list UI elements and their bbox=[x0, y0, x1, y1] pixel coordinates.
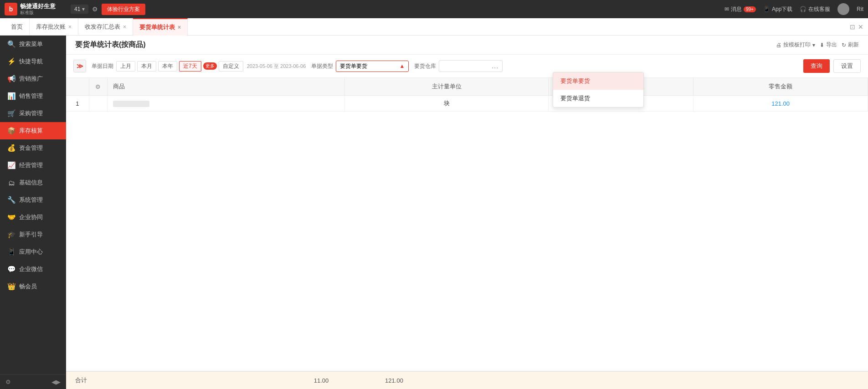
sidebar-item-finance[interactable]: 💰 资金管理 bbox=[0, 139, 66, 157]
chat-icon: 💬 bbox=[7, 265, 15, 273]
setting-button[interactable]: 设置 bbox=[833, 59, 861, 73]
tab-inventory-batch[interactable]: 库存批次账 × bbox=[30, 18, 78, 36]
tab-actions: ⊡ ✕ bbox=[850, 23, 863, 31]
sidebar-item-sales[interactable]: 📊 销售管理 bbox=[0, 87, 66, 105]
header-middle: 41 ▾ ⚙ 体验行业方案 bbox=[71, 4, 724, 15]
app-download-button[interactable]: 📱 App下载 bbox=[763, 5, 792, 13]
avatar[interactable] bbox=[837, 3, 849, 15]
query-button[interactable]: 查询 bbox=[803, 59, 830, 73]
trending-icon: 📈 bbox=[7, 161, 15, 169]
sidebar-item-search[interactable]: 🔍 搜索菜单 bbox=[0, 36, 66, 53]
sidebar-item-app-center[interactable]: 📱 应用中心 bbox=[0, 243, 66, 261]
message-badge: 99+ bbox=[744, 6, 756, 12]
sidebar-item-purchase[interactable]: 🛒 采购管理 bbox=[0, 105, 66, 122]
page-title: 要货单统计表(按商品) bbox=[75, 40, 146, 54]
gear-icon[interactable]: ⚙ bbox=[92, 5, 98, 13]
username-label: Rit bbox=[857, 6, 863, 12]
lightning-icon: ⚡ bbox=[7, 57, 15, 66]
sidebar-item-system[interactable]: 🔧 系统管理 bbox=[0, 191, 66, 209]
expand-filter-button[interactable]: ≫ bbox=[73, 60, 86, 72]
date-btn-this-month[interactable]: 本月 bbox=[137, 61, 156, 72]
date-btn-7days[interactable]: 近7天 bbox=[179, 61, 201, 72]
export-icon: ⬇ bbox=[820, 42, 824, 48]
warehouse-filter-label: 要货仓库 bbox=[414, 62, 436, 70]
online-service-button[interactable]: 🎧 在线客服 bbox=[800, 5, 830, 13]
type-select[interactable]: 要货单要货 ▲ bbox=[336, 61, 409, 72]
th-settings[interactable]: ⚙ bbox=[89, 78, 107, 96]
filter-actions: 查询 设置 bbox=[803, 59, 861, 73]
sidebar-item-tutorial[interactable]: 🎓 新手引导 bbox=[0, 226, 66, 243]
th-amount: 零售金额 bbox=[693, 78, 868, 96]
page-header-actions: 🖨 按模板打印 ▾ ⬇ 导出 ↻ 刷新 bbox=[776, 41, 859, 53]
sidebar-item-enterprise-wx[interactable]: 💬 企业微信 bbox=[0, 261, 66, 278]
sidebar-item-operations[interactable]: 📈 经营管理 bbox=[0, 157, 66, 174]
row-amount: 121.00 bbox=[693, 96, 868, 112]
tab-receivables-summary[interactable]: 收发存汇总表 × bbox=[78, 18, 133, 36]
box-icon: 📦 bbox=[7, 127, 15, 135]
chart-icon: 📊 bbox=[7, 92, 15, 100]
sidebar-item-members[interactable]: 👑 畅会员 bbox=[0, 278, 66, 295]
type-filter-group: 单据类型 要货单要货 ▲ 要货单要货 要货单退货 bbox=[311, 61, 409, 72]
export-button[interactable]: ⬇ 导出 bbox=[820, 41, 837, 49]
row-unit: 块 bbox=[345, 96, 549, 112]
tab-home[interactable]: 首页 bbox=[5, 18, 30, 36]
date-more-badge[interactable]: 更多 bbox=[203, 62, 217, 70]
filter-area: ≫ 单据日期 上月 本月 本年 近7天 更多 自定义 2023-05-06 至 … bbox=[66, 55, 868, 78]
date-shortcuts: 上月 本月 本年 近7天 更多 自定义 2023-05-06 至 2023-06… bbox=[116, 61, 306, 72]
message-button[interactable]: ✉ 消息 99+ bbox=[724, 5, 756, 13]
tab-order-stats[interactable]: 要货单统计表 × bbox=[133, 18, 188, 36]
more-icon: … bbox=[491, 62, 498, 70]
tab-close-order-stats[interactable]: × bbox=[178, 24, 181, 31]
date-btn-this-year[interactable]: 本年 bbox=[158, 61, 177, 72]
table-header-row: ⚙ 商品 主计量单位 主数量 零售金额 bbox=[66, 78, 868, 96]
refresh-icon: ↻ bbox=[842, 42, 846, 48]
search-icon: 🔍 bbox=[7, 40, 15, 48]
tab-expand-icon[interactable]: ⊡ bbox=[850, 23, 855, 31]
chevron-up-icon: ▲ bbox=[399, 63, 405, 69]
warehouse-select[interactable]: … bbox=[439, 60, 503, 72]
wrench-icon: 🔧 bbox=[7, 196, 15, 204]
print-button[interactable]: 🖨 按模板打印 ▾ bbox=[776, 41, 815, 49]
trial-button[interactable]: 体验行业方案 bbox=[102, 4, 145, 15]
row-index: 1 bbox=[66, 96, 89, 112]
collapse-icon[interactable]: ◀▶ bbox=[51, 379, 61, 385]
tenant-select[interactable]: 41 ▾ bbox=[71, 5, 88, 14]
phone-icon: 📱 bbox=[763, 6, 770, 12]
sidebar-item-marketing[interactable]: 📢 营销推广 bbox=[0, 70, 66, 87]
sidebar: 🔍 搜索菜单 ⚡ 快捷导航 📢 营销推广 📊 销售管理 🛒 采购管理 📦 bbox=[0, 36, 66, 389]
tab-close-inventory-batch[interactable]: × bbox=[68, 24, 72, 30]
sidebar-scroll-area: 🔍 搜索菜单 ⚡ 快捷导航 📢 营销推广 📊 销售管理 🛒 采购管理 📦 bbox=[0, 36, 66, 374]
content-area: 要货单统计表(按商品) 🖨 按模板打印 ▾ ⬇ 导出 ↻ 刷新 ≫ bbox=[66, 36, 868, 389]
settings-icon[interactable]: ⚙ bbox=[5, 379, 11, 385]
sidebar-item-quick-nav[interactable]: ⚡ 快捷导航 bbox=[0, 53, 66, 70]
sidebar-item-enterprise[interactable]: 🤝 企业协同 bbox=[0, 209, 66, 226]
th-unit: 主计量单位 bbox=[345, 78, 549, 96]
tab-close-all-icon[interactable]: ✕ bbox=[858, 23, 863, 31]
footer-quantity: 11.00 bbox=[285, 377, 358, 384]
date-btn-last-month[interactable]: 上月 bbox=[116, 61, 135, 72]
type-option-order[interactable]: 要货单要货 bbox=[553, 72, 643, 90]
date-filter-label: 单据日期 bbox=[92, 62, 113, 70]
main-layout: 🔍 搜索菜单 ⚡ 快捷导航 📢 营销推广 📊 销售管理 🛒 采购管理 📦 bbox=[0, 36, 868, 389]
th-index bbox=[66, 78, 89, 96]
warehouse-filter-group: 要货仓库 … bbox=[414, 60, 503, 72]
folder-icon: 🗂 bbox=[7, 179, 15, 187]
sidebar-bottom: ⚙ ◀▶ bbox=[0, 374, 66, 389]
headset-icon: 🎧 bbox=[800, 6, 806, 12]
date-filter-group: 单据日期 上月 本月 本年 近7天 更多 自定义 2023-05-06 至 20… bbox=[92, 61, 306, 72]
message-icon: ✉ bbox=[724, 6, 729, 12]
row-product bbox=[107, 96, 345, 112]
cart-icon: 🛒 bbox=[7, 109, 15, 118]
type-option-return[interactable]: 要货单退货 bbox=[553, 90, 643, 107]
refresh-button[interactable]: ↻ 刷新 bbox=[842, 41, 859, 49]
tab-close-receivables-summary[interactable]: × bbox=[123, 24, 126, 30]
print-icon: 🖨 bbox=[776, 42, 781, 48]
graduation-icon: 🎓 bbox=[7, 230, 15, 239]
date-custom-button[interactable]: 自定义 bbox=[219, 61, 243, 72]
sidebar-item-basic-info[interactable]: 🗂 基础信息 bbox=[0, 174, 66, 191]
sidebar-item-inventory[interactable]: 📦 库存核算 bbox=[0, 122, 66, 139]
megaphone-icon: 📢 bbox=[7, 75, 15, 83]
crown-icon: 👑 bbox=[7, 282, 15, 291]
data-table: ⚙ 商品 主计量单位 主数量 零售金额 1 块 bbox=[66, 78, 868, 112]
product-placeholder bbox=[113, 101, 149, 107]
